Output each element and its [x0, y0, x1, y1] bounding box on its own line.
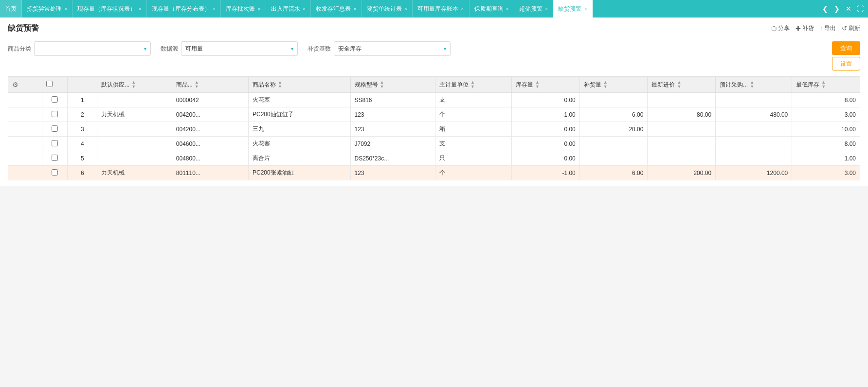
export-btn[interactable]: ↑ 导出 — [820, 24, 836, 33]
th-name[interactable]: 商品名称 ▲▼ — [248, 77, 350, 93]
table-cell: 离合片 — [248, 151, 350, 166]
tab-close-inventory-dist[interactable]: × — [213, 6, 216, 12]
table-cell — [716, 93, 792, 107]
table-cell — [42, 93, 67, 107]
sort-name-icon: ▲▼ — [278, 80, 282, 89]
nav-tab-home[interactable]: 首页 — [0, 0, 22, 18]
replenish-base-select[interactable]: 安全库存 ▾ — [334, 41, 451, 56]
nav-prev-btn[interactable]: ❮ — [819, 3, 831, 15]
table-cell — [42, 151, 67, 166]
nav-tab-shortage-warn[interactable]: 缺货预警 × — [553, 0, 592, 18]
row-checkbox-0[interactable] — [52, 96, 58, 103]
table-cell — [8, 151, 42, 166]
table-cell: SS816 — [350, 93, 435, 107]
th-unit[interactable]: 主计量单位 ▲▼ — [435, 77, 512, 93]
row-checkbox-1[interactable] — [52, 111, 58, 117]
nav-tab-expiry-query[interactable]: 保质期查询 × — [470, 0, 514, 18]
category-select[interactable]: ▾ — [34, 41, 151, 56]
tab-close-overstock-warn[interactable]: × — [545, 6, 548, 12]
replenish-btn[interactable]: ✚ 补货 — [796, 24, 814, 33]
filter-row: 商品分类 ▾ 数据源 可用量 ▾ 补货基数 安全库存 ▾ — [8, 41, 832, 56]
gear-settings-icon[interactable]: ⚙ — [12, 81, 18, 88]
table-cell — [8, 107, 42, 122]
tab-close-batch-account[interactable]: × — [257, 6, 260, 12]
table-cell — [8, 122, 42, 137]
row-checkbox-2[interactable] — [52, 125, 58, 132]
th-unit-label: 主计量单位 — [439, 81, 469, 89]
nav-next-btn[interactable]: ❯ — [831, 3, 843, 15]
nav-tab-available-ledger[interactable]: 可用量库存账本 × — [413, 0, 469, 18]
tab-close-refine-anomaly[interactable]: × — [64, 6, 67, 12]
th-replenish[interactable]: 补货量 ▲▼ — [579, 77, 648, 93]
tab-close-expiry-query[interactable]: × — [506, 6, 509, 12]
th-forecast[interactable]: 预计采购... ▲▼ — [716, 77, 792, 93]
row-checkbox-3[interactable] — [52, 140, 58, 146]
settings-button[interactable]: 设置 — [832, 57, 860, 70]
nav-tab-demand-stats[interactable]: 要货单统计表 × — [362, 0, 413, 18]
table-row: 3004200...三九123箱0.0020.0010.00 — [8, 122, 860, 137]
table-cell: 004200... — [172, 107, 248, 122]
refresh-btn[interactable]: ↺ 刷新 — [842, 24, 860, 33]
th-supplier-label: 默认供应... — [101, 81, 129, 89]
table-cell: 123 — [350, 107, 435, 122]
tab-close-demand-stats[interactable]: × — [404, 6, 407, 12]
select-all-checkbox[interactable] — [46, 81, 53, 87]
th-replenish-label: 补货量 — [584, 81, 601, 89]
row-checkbox-5[interactable] — [52, 169, 58, 176]
row-checkbox-4[interactable] — [52, 155, 58, 161]
table-cell: 004200... — [172, 122, 248, 137]
th-spec[interactable]: 规格型号 ▲▼ — [350, 77, 435, 93]
th-gear[interactable]: ⚙ — [8, 77, 42, 93]
th-code[interactable]: 商品... ▲▼ — [172, 77, 248, 93]
sort-stock-icon: ▲▼ — [535, 80, 540, 89]
th-price-label: 最新进价 — [651, 81, 675, 89]
nav-tab-inout-flow[interactable]: 出入库流水 × — [266, 0, 311, 18]
page-header: 缺货预警 ⬡ 分享 ✚ 补货 ↑ 导出 ↺ 刷新 — [8, 23, 860, 34]
datasource-select[interactable]: 可用量 ▾ — [181, 41, 298, 56]
th-stock-label: 库存量 — [516, 81, 533, 89]
table-cell — [97, 151, 172, 166]
share-btn[interactable]: ⬡ 分享 — [771, 24, 790, 33]
replenish-base-arrow-icon: ▾ — [444, 46, 446, 52]
tab-close-inventory-status[interactable]: × — [138, 6, 141, 12]
query-button[interactable]: 查询 — [832, 41, 860, 55]
nav-tab-collect-summary[interactable]: 收发存汇总表 × — [311, 0, 362, 18]
th-price[interactable]: 最新进价 ▲▼ — [648, 77, 716, 93]
tab-close-collect-summary[interactable]: × — [353, 6, 356, 12]
nav-tab-refine-anomaly[interactable]: 拣货异常处理 × — [22, 0, 72, 18]
table-cell — [42, 122, 67, 137]
table-cell — [648, 137, 716, 151]
table-cell: 004800... — [172, 151, 248, 166]
nav-tab-inventory-status[interactable]: 现存量（库存状况表） × — [72, 0, 146, 18]
table-cell: 6 — [68, 166, 97, 180]
table-cell: 480.00 — [716, 107, 792, 122]
nav-closeall-btn[interactable]: ✕ — [843, 3, 854, 15]
table-cell — [8, 166, 42, 180]
th-minstock[interactable]: 最低库存 ▲▼ — [792, 77, 860, 93]
th-supplier[interactable]: 默认供应... ▲▼ — [97, 77, 172, 93]
tab-close-available-ledger[interactable]: × — [461, 6, 464, 12]
table-cell: 1 — [68, 93, 97, 107]
table-cell — [8, 137, 42, 151]
nav-tab-inventory-dist[interactable]: 现存量（库存分布表） × — [147, 0, 221, 18]
table-cell: 5 — [68, 151, 97, 166]
table-cell: 支 — [435, 137, 512, 151]
nav-fullscreen-btn[interactable]: ⛶ — [854, 3, 866, 15]
sort-price-icon: ▲▼ — [677, 80, 681, 89]
table-cell: 0000042 — [172, 93, 248, 107]
th-stock[interactable]: 库存量 ▲▼ — [512, 77, 580, 93]
th-check[interactable] — [42, 77, 67, 93]
datasource-label: 数据源 — [161, 45, 178, 53]
sort-minstock-icon: ▲▼ — [821, 80, 826, 89]
th-name-label: 商品名称 — [253, 81, 276, 89]
table-cell: 10.00 — [792, 122, 860, 137]
nav-tab-overstock-warn[interactable]: 超储预警 × — [514, 0, 553, 18]
tab-close-shortage-warn[interactable]: × — [584, 6, 587, 12]
table-cell — [716, 122, 792, 137]
th-code-label: 商品... — [176, 81, 193, 89]
table-cell: 支 — [435, 93, 512, 107]
tab-close-inout-flow[interactable]: × — [303, 6, 306, 12]
replenish-label: 补货 — [802, 24, 814, 33]
nav-tab-batch-account[interactable]: 库存批次账 × — [221, 0, 266, 18]
table-cell: 004600... — [172, 137, 248, 151]
